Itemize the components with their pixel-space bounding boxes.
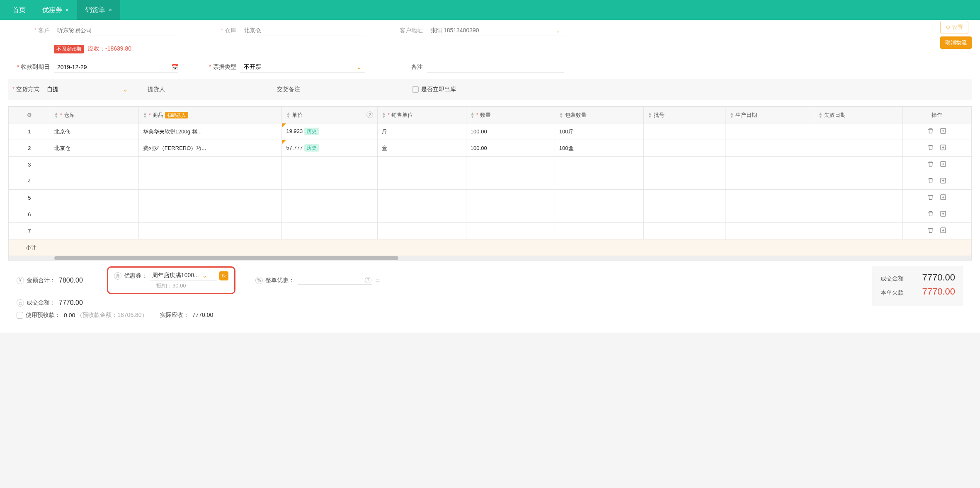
cell-qty[interactable]: [466, 206, 555, 223]
cell-batch[interactable]: [643, 206, 725, 223]
immediate-checkbox[interactable]: 是否立即出库: [412, 82, 456, 97]
delivery-remark-input[interactable]: [304, 85, 395, 94]
cell-unit[interactable]: 盒: [377, 140, 466, 157]
col-batch[interactable]: ▲▼批号: [643, 107, 725, 123]
horizontal-scrollbar[interactable]: [9, 256, 971, 260]
cell-product[interactable]: [138, 173, 282, 190]
delete-icon[interactable]: [927, 177, 934, 185]
cell-price[interactable]: [282, 206, 377, 223]
delete-icon[interactable]: [927, 210, 934, 218]
help-icon[interactable]: ?: [366, 111, 373, 118]
col-qty[interactable]: ▲▼*数量: [466, 107, 555, 123]
cell-qty[interactable]: [466, 173, 555, 190]
cell-price[interactable]: [282, 223, 377, 239]
table-row[interactable]: 5: [9, 190, 971, 206]
cell-unit[interactable]: 斤: [377, 123, 466, 140]
scan-tag[interactable]: 扫码录入: [165, 112, 188, 118]
delete-icon[interactable]: [927, 227, 934, 235]
add-icon[interactable]: [940, 161, 946, 169]
cell-batch[interactable]: [643, 173, 725, 190]
cell-warehouse[interactable]: [50, 157, 138, 173]
help-icon[interactable]: ?: [365, 277, 371, 283]
cell-pack[interactable]: [555, 206, 643, 223]
col-exp-date[interactable]: ▲▼失效日期: [814, 107, 903, 123]
delete-icon[interactable]: [927, 128, 934, 135]
cell-batch[interactable]: [643, 223, 725, 239]
cell-warehouse[interactable]: 北京仓: [50, 123, 138, 140]
tab-sales-order[interactable]: 销货单×: [77, 0, 120, 20]
cell-warehouse[interactable]: 北京仓: [50, 140, 138, 157]
cell-warehouse[interactable]: [50, 206, 138, 223]
cell-prod-date[interactable]: [725, 173, 814, 190]
cell-pack[interactable]: 100盒: [555, 140, 643, 157]
cell-batch[interactable]: [643, 123, 725, 140]
cell-unit[interactable]: [377, 223, 466, 239]
cell-qty[interactable]: 100.00: [466, 140, 555, 157]
cell-price[interactable]: [282, 190, 377, 206]
cell-exp-date[interactable]: [814, 206, 903, 223]
col-unit[interactable]: ▲▼*销售单位: [377, 107, 466, 123]
cell-unit[interactable]: [377, 173, 466, 190]
history-tag[interactable]: 历史: [304, 128, 319, 135]
col-product[interactable]: ▲▼*商品扫码录入: [138, 107, 282, 123]
table-row[interactable]: 1北京仓华美华夫软饼1200g 糕...19.923历史斤100.00100斤: [9, 123, 971, 140]
warehouse-select[interactable]: [240, 26, 365, 36]
cell-product[interactable]: 费列罗（FERRERO）巧...: [138, 140, 282, 157]
calendar-icon[interactable]: 📅: [171, 64, 178, 70]
due-date-input[interactable]: 📅: [54, 62, 178, 72]
coupon-select[interactable]: 周年店庆满1000... ⌄: [150, 271, 217, 280]
cell-pack[interactable]: [555, 173, 643, 190]
address-select[interactable]: ⌄: [427, 26, 564, 36]
close-icon[interactable]: ×: [65, 7, 69, 13]
cell-product[interactable]: [138, 157, 282, 173]
cell-batch[interactable]: [643, 190, 725, 206]
refresh-button[interactable]: ↻: [219, 271, 228, 280]
cell-qty[interactable]: 100.00: [466, 123, 555, 140]
cell-exp-date[interactable]: [814, 140, 903, 157]
cell-exp-date[interactable]: [814, 223, 903, 239]
delete-icon[interactable]: [927, 194, 934, 202]
tab-home[interactable]: 首页: [4, 0, 34, 20]
delete-icon[interactable]: [927, 144, 934, 152]
cell-unit[interactable]: [377, 157, 466, 173]
cell-batch[interactable]: [643, 140, 725, 157]
close-icon[interactable]: ×: [109, 7, 112, 13]
cell-qty[interactable]: [466, 190, 555, 206]
delivery-method-select[interactable]: ⌄: [44, 85, 131, 94]
cell-qty[interactable]: [466, 223, 555, 239]
cell-batch[interactable]: [643, 157, 725, 173]
customer-select[interactable]: [54, 26, 178, 36]
col-price[interactable]: ▲▼单价?: [282, 107, 377, 123]
cell-pack[interactable]: [555, 223, 643, 239]
cell-exp-date[interactable]: [814, 157, 903, 173]
cancel-logistics-button[interactable]: 取消物流: [940, 36, 972, 49]
add-icon[interactable]: [940, 177, 946, 185]
add-icon[interactable]: [940, 128, 946, 135]
cell-price[interactable]: [282, 173, 377, 190]
cell-prod-date[interactable]: [725, 206, 814, 223]
add-icon[interactable]: [940, 210, 946, 218]
remark-input[interactable]: [427, 62, 564, 72]
tab-coupon[interactable]: 优惠券×: [34, 0, 77, 20]
cell-unit[interactable]: [377, 206, 466, 223]
cell-unit[interactable]: [377, 190, 466, 206]
cell-prod-date[interactable]: [725, 123, 814, 140]
cell-qty[interactable]: [466, 157, 555, 173]
order-discount-input[interactable]: ?: [298, 276, 372, 285]
delete-icon[interactable]: [927, 161, 934, 169]
cell-pack[interactable]: [555, 157, 643, 173]
gear-icon[interactable]: ⚙: [9, 107, 50, 123]
cell-price[interactable]: 19.923历史: [282, 123, 377, 140]
col-pack[interactable]: ▲▼包装数量: [555, 107, 643, 123]
cell-warehouse[interactable]: [50, 173, 138, 190]
cell-product[interactable]: [138, 206, 282, 223]
cell-pack[interactable]: [555, 190, 643, 206]
add-icon[interactable]: [940, 194, 946, 202]
picker-input[interactable]: [169, 85, 260, 94]
table-row[interactable]: 4: [9, 173, 971, 190]
cell-product[interactable]: [138, 223, 282, 239]
table-row[interactable]: 6: [9, 206, 971, 223]
cell-prod-date[interactable]: [725, 157, 814, 173]
cell-pack[interactable]: 100斤: [555, 123, 643, 140]
add-icon[interactable]: [940, 144, 946, 152]
